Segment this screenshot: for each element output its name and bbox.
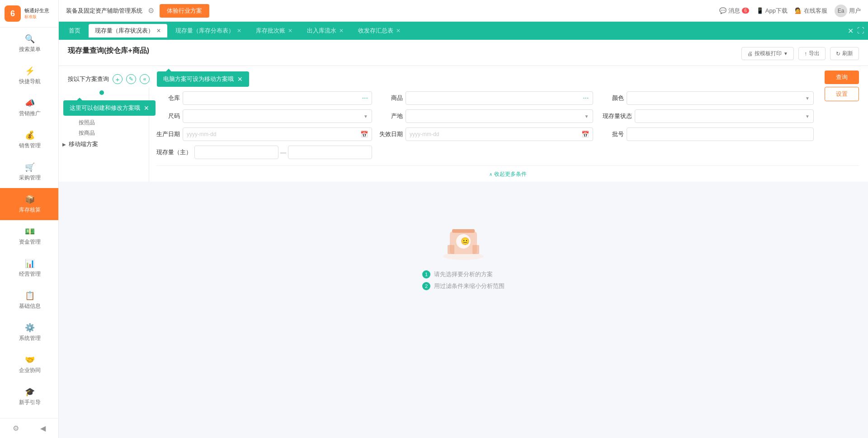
collapse-sidebar-button[interactable]: ◀ (40, 424, 46, 433)
stock-main-max[interactable] (288, 146, 372, 159)
sidebar-item-marketing[interactable]: 📣 营销推广 (0, 92, 58, 124)
add-scheme-button[interactable]: + (113, 74, 123, 84)
app-download-label: App下载 (765, 7, 788, 15)
collapse-label: 收起更多条件 (494, 170, 527, 178)
sidebar-item-guide[interactable]: 🎓 新手引导 (0, 381, 58, 413)
tooltip1-close[interactable]: ✕ (237, 75, 243, 83)
sidebar-label-system: 系统管理 (19, 334, 41, 342)
search-button[interactable]: 查询 (825, 71, 859, 84)
tab-inventory-dist[interactable]: 现存量（库存分布表） ✕ (169, 24, 248, 38)
empty-state: 😐 1 请先选择要分析的方案 2 用过滤条件来缩小分析范围 (59, 182, 868, 326)
sidebar: 6 畅通好生意 标准版 🔍 搜索菜单 ⚡ 快捷导航 📣 营销推广 💰 销售管理 … (0, 0, 59, 438)
tip-text-2: 用过滤条件来缩小分析范围 (434, 282, 505, 290)
scheme-sub-item-1[interactable]: 按照品 (75, 118, 149, 128)
industry-button[interactable]: 体验行业方案 (160, 4, 209, 18)
tab-close-in-out-flow[interactable]: ✕ (339, 28, 344, 34)
stock-status-select[interactable]: ▼ (635, 109, 814, 123)
sidebar-label-purchase: 采购管理 (19, 174, 41, 182)
message-badge: 6 (742, 8, 749, 14)
tab-receive-summary[interactable]: 收发存汇总表 ✕ (352, 24, 407, 38)
tab-home[interactable]: 首页 (62, 24, 87, 38)
svg-rect-6 (472, 245, 479, 254)
stock-main-label: 现存量（主） (156, 148, 192, 156)
service-icon: 💁 (795, 7, 802, 14)
sidebar-footer: ⚙ ◀ (0, 418, 58, 438)
collapse-button[interactable]: ∧ 收起更多条件 (156, 165, 859, 178)
scheme-nav-button[interactable]: « (140, 74, 150, 84)
sidebar-item-basic[interactable]: 📋 基础信息 (0, 284, 58, 316)
size-label: 尺码 (156, 112, 180, 120)
stock-main-min[interactable] (194, 146, 278, 159)
main-area: 装备及固定资产辅助管理系统 ⚙ 体验行业方案 💬 消息 6 📱 App下载 💁 … (59, 0, 868, 438)
sidebar-item-quick-nav[interactable]: ⚡ 快捷导航 (0, 60, 58, 92)
size-select[interactable]: ▼ (183, 109, 372, 123)
goods-input[interactable]: ··· (406, 91, 593, 105)
tab-label-receive-summary: 收发存汇总表 (358, 27, 393, 35)
tab-close-receive-summary[interactable]: ✕ (396, 28, 401, 34)
batch-label: 批号 (600, 130, 624, 138)
tooltip-create-scheme: 这里可以创建和修改方案哦 ✕ (63, 100, 156, 116)
tabbar-actions: ✕ ⛶ (848, 27, 864, 35)
refresh-button[interactable]: ↻ 刷新 (830, 47, 859, 60)
settings-button[interactable]: ⚙ (13, 424, 19, 433)
topbar-right: 💬 消息 6 📱 App下载 💁 在线客服 Ea 用户 (719, 5, 861, 17)
settings-icon[interactable]: ⚙ (148, 6, 154, 15)
color-select[interactable]: ▼ (627, 91, 814, 105)
tab-label-inventory-dist: 现存量（库存分布表） (175, 27, 234, 35)
tab-label-batch-account: 库存批次账 (256, 27, 285, 35)
logo-icon: 6 (5, 5, 21, 22)
expire-date-input[interactable]: yyyy-mm-dd 📅 (406, 127, 593, 141)
warehouse-input[interactable]: ··· (183, 91, 372, 105)
inventory-icon: 📦 (25, 194, 35, 204)
expire-date-placeholder: yyyy-mm-dd (410, 131, 439, 137)
logo-area: 6 畅通好生意 标准版 (0, 0, 58, 28)
tooltip2-text: 这里可以创建和修改方案哦 (70, 104, 140, 112)
scheme-mobile[interactable]: ▶ 移动端方案 (59, 138, 149, 150)
print-button[interactable]: 🖨 按模板打印 ▼ (741, 47, 794, 60)
system-name: 装备及固定资产辅助管理系统 (66, 7, 142, 15)
tooltip2-close[interactable]: ✕ (144, 104, 149, 112)
sidebar-item-operation[interactable]: 📊 经营管理 (0, 252, 58, 284)
set-button[interactable]: 设置 (825, 87, 859, 101)
tab-close-batch-account[interactable]: ✕ (288, 28, 292, 34)
sidebar-item-purchase[interactable]: 🛒 采购管理 (0, 156, 58, 188)
batch-input[interactable] (627, 127, 814, 141)
tab-batch-account[interactable]: 库存批次账 ✕ (250, 24, 299, 38)
tab-inventory-status[interactable]: 现存量（库存状况表） ✕ (89, 24, 167, 38)
scheme-sub-item-2[interactable]: 按商品 (75, 128, 149, 138)
purchase-icon: 🛒 (25, 162, 35, 172)
tab-close-inventory-status[interactable]: ✕ (156, 28, 161, 34)
refresh-icon: ↻ (836, 51, 840, 57)
svg-rect-5 (448, 245, 454, 254)
app-download-button[interactable]: 📱 App下载 (756, 7, 788, 15)
tab-close-inventory-dist[interactable]: ✕ (237, 28, 241, 34)
online-service-button[interactable]: 💁 在线客服 (795, 7, 827, 15)
sidebar-item-finance[interactable]: 💵 资金管理 (0, 220, 58, 252)
scheme-arrow-mobile: ▶ (62, 142, 66, 147)
tip-num-2: 2 (422, 282, 430, 290)
sidebar-item-enterprise[interactable]: 🤝 企业协同 (0, 349, 58, 381)
topbar-left: 装备及固定资产辅助管理系统 ⚙ 体验行业方案 (66, 4, 209, 18)
tab-close-all-button[interactable]: ✕ (848, 27, 854, 35)
message-icon: 💬 (719, 7, 726, 14)
user-area[interactable]: Ea 用户 (835, 5, 861, 17)
origin-select[interactable]: ▼ (406, 109, 593, 123)
export-button[interactable]: ↑ 导出 (798, 47, 826, 60)
svg-rect-2 (452, 229, 475, 233)
empty-illustration: 😐 (439, 218, 488, 263)
filter-label: 按以下方案查询 (68, 75, 109, 83)
sidebar-item-sales[interactable]: 💰 销售管理 (0, 124, 58, 156)
sidebar-item-system[interactable]: ⚙️ 系统管理 (0, 316, 58, 349)
warehouse-label: 仓库 (156, 94, 180, 102)
tab-expand-button[interactable]: ⛶ (857, 27, 864, 35)
edit-scheme-button[interactable]: ✎ (126, 74, 136, 84)
produce-date-label: 生产日期 (156, 130, 180, 138)
message-button[interactable]: 💬 消息 6 (719, 7, 749, 15)
sidebar-item-search[interactable]: 🔍 搜索菜单 (0, 28, 58, 60)
sidebar-label-inventory: 库存核算 (19, 206, 41, 214)
sidebar-item-inventory[interactable]: 📦 库存核算 (0, 188, 58, 220)
filter-origin: 产地 ▼ (379, 109, 593, 123)
produce-date-input[interactable]: yyyy-mm-dd 📅 (183, 127, 372, 141)
filter-produce-date: 生产日期 yyyy-mm-dd 📅 (156, 127, 372, 141)
tab-in-out-flow[interactable]: 出入库流水 ✕ (301, 24, 350, 38)
